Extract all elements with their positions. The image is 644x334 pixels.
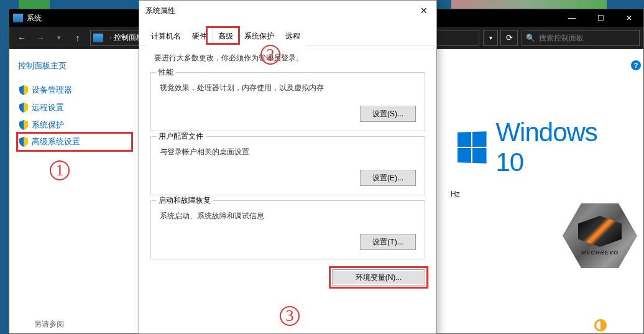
sidebar-item-device-manager[interactable]: 设备管理器 [18,81,131,99]
group-startup: 启动和故障恢复 系统启动、系统故障和调试信息 设置(T)... [150,200,425,259]
group-startup-legend: 启动和故障恢复 [156,195,213,206]
dialog-close-button[interactable]: ✕ [414,2,434,19]
group-user-profiles: 用户配置文件 与登录帐户相关的桌面设置 设置(E)... [150,136,425,195]
minimize-button[interactable]: — [558,9,586,27]
sidebar-item-remote[interactable]: 远程设置 [18,99,131,116]
group-user-profiles-text: 与登录帐户相关的桌面设置 [160,147,416,157]
group-startup-text: 系统启动、系统故障和调试信息 [160,211,416,221]
mechrevo-badge: MECHREVO [563,203,637,268]
sidebar-item-advanced[interactable]: 高级系统设置 [16,132,133,152]
search-box[interactable]: 🔍 [522,30,640,46]
spec-hz: Hz [451,190,460,198]
group-performance: 性能 视觉效果，处理器计划，内存使用，以及虚拟内存 设置(S)... [150,72,425,131]
windows-logo: Windows 10 [457,118,625,177]
watermark-text: 创新互联 [609,320,642,331]
group-performance-text: 视觉效果，处理器计划，内存使用，以及虚拟内存 [160,83,416,93]
dialog-titlebar[interactable]: 系统属性 ✕ [139,1,436,21]
sidebar: 控制面板主页 设备管理器 远程设置 系统保护 高级系统设置 [9,49,140,333]
mechrevo-badge-icon [578,216,622,247]
sidebar-item-protection[interactable]: 系统保护 [18,116,131,134]
sidebar-item-label: 系统保护 [32,119,64,131]
breadcrumb-sep: › [109,34,111,41]
shield-icon [19,85,28,95]
watermark: 创新互联 [594,319,642,332]
tab-computer-name[interactable]: 计算机名 [145,27,186,45]
nav-recent[interactable]: ▾ [50,29,68,47]
system-icon [13,14,23,22]
search-icon: 🔍 [526,34,535,42]
admin-note: 要进行大多数更改，你必须作为管理员登录。 [139,45,436,67]
windows-logo-icon [458,131,487,164]
windows-logo-text: Windows 10 [495,118,625,177]
startup-settings-button[interactable]: 设置(T)... [360,234,416,250]
mechrevo-label: MECHREVO [581,249,619,256]
breadcrumb-dropdown[interactable]: ▾ [483,30,498,46]
refresh-button[interactable]: ⟳ [500,30,518,46]
annotation-1: 1 [50,160,70,180]
close-button[interactable]: ✕ [615,9,643,27]
shield-icon [19,103,28,113]
desktop-background-hint2 [451,0,607,9]
system-title: 系统 [27,13,42,24]
tab-protection[interactable]: 系统保护 [239,27,280,45]
help-icon[interactable]: ? [631,60,641,70]
nav-back[interactable]: ← [13,29,30,47]
nav-up[interactable]: ↑ [69,29,86,47]
dialog-title: 系统属性 [145,6,175,16]
shield-icon [19,120,28,130]
tab-hardware[interactable]: 硬件 [186,27,213,45]
sidebar-title[interactable]: 控制面板主页 [18,60,131,72]
maximize-button[interactable]: ☐ [586,9,615,27]
annotation-box-3: 环境变量(N)... [329,266,428,289]
see-also: 另请参阅 [34,319,64,330]
group-user-profiles-legend: 用户配置文件 [156,131,206,142]
tab-remote[interactable]: 远程 [280,27,306,45]
annotation-2: 2 [260,45,280,65]
sidebar-item-label: 远程设置 [32,102,64,113]
shield-icon [19,137,28,147]
environment-variables-button[interactable]: 环境变量(N)... [332,269,425,285]
tab-advanced[interactable]: 高级 [213,27,239,45]
sidebar-item-label: 高级系统设置 [32,136,80,147]
breadcrumb-icon [93,34,103,42]
annotation-3: 3 [280,306,300,326]
user-profiles-settings-button[interactable]: 设置(E)... [360,170,416,186]
performance-settings-button[interactable]: 设置(S)... [360,106,416,122]
search-input[interactable] [539,34,635,42]
sidebar-item-label: 设备管理器 [32,85,72,96]
nav-forward[interactable]: → [32,29,49,47]
system-properties-dialog: 系统属性 ✕ 计算机名 硬件 高级 系统保护 远程 要进行大多数更改，你必须作为… [139,0,437,334]
dialog-tabs: 计算机名 硬件 高级 系统保护 远程 [139,27,436,45]
watermark-icon [594,319,607,332]
group-performance-legend: 性能 [156,67,176,78]
